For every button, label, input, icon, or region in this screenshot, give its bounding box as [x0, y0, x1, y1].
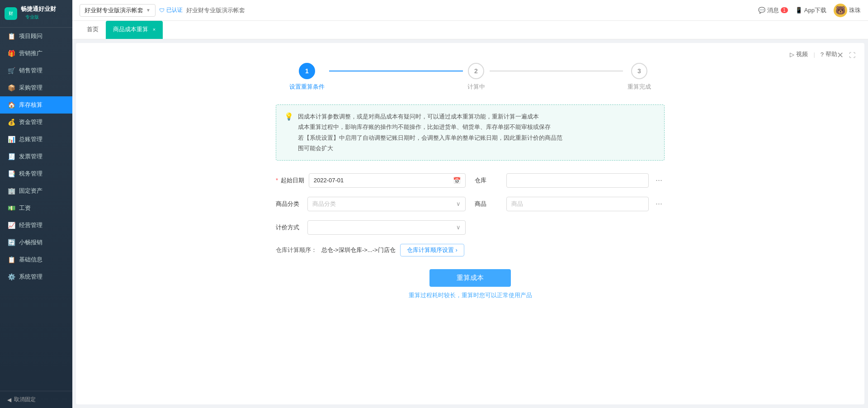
step-2-num: 2 — [474, 67, 478, 75]
project-icon: 📋 — [7, 32, 15, 40]
tab-cost-recalc[interactable]: 商品成本重算 × — [106, 21, 163, 39]
chevron-down-icon: ∨ — [456, 200, 461, 207]
sidebar-item-label: 发票管理 — [19, 152, 42, 161]
warehouse-more-button[interactable]: ··· — [653, 176, 665, 185]
category-placeholder: 商品分类 — [312, 200, 336, 208]
sidebar-item-expense[interactable]: 🔄 小畅报销 — [0, 234, 72, 251]
info-box: 💡 因成本计算参数调整，或是对商品成本有疑问时，可以通过成本重算功能，重新计算一… — [276, 104, 665, 161]
question-icon: ? — [821, 51, 824, 58]
warehouse-order-settings-button[interactable]: 仓库计算顺序设置 › — [400, 244, 464, 256]
warehouse-order-row: 仓库计算顺序： 总仓->深圳仓库->...->门店仓 仓库计算顺序设置 › — [276, 244, 665, 256]
tax-icon: 📑 — [7, 170, 15, 178]
step-2: 2 计算中 — [467, 63, 485, 91]
message-label: 消息 — [767, 6, 779, 14]
unpin-button[interactable]: ◀ 取消固定 — [0, 391, 72, 408]
verified-text: 已认证 — [166, 6, 183, 14]
close-button[interactable]: ✕ — [837, 50, 844, 60]
sidebar-item-marketing[interactable]: 🎁 营销推广 — [0, 45, 72, 62]
unpin-label: 取消固定 — [14, 396, 36, 403]
chevron-right-icon: › — [456, 247, 458, 253]
payroll-icon: 💵 — [7, 204, 15, 212]
sidebar-item-inventory[interactable]: 🏠 库存核算 — [0, 96, 72, 114]
warehouse-label: 仓库 — [475, 176, 502, 185]
tab-home[interactable]: 首页 — [80, 21, 106, 39]
sidebar-item-label: 固定资产 — [19, 187, 42, 195]
sidebar-item-payroll[interactable]: 💵 工资 — [0, 199, 72, 217]
sidebar-item-project[interactable]: 📋 项目顾问 — [0, 28, 72, 45]
sidebar-item-label: 销售管理 — [19, 66, 42, 75]
sidebar-item-operations[interactable]: 📈 经营管理 — [0, 217, 72, 234]
sidebar-item-finance[interactable]: 💰 资金管理 — [0, 114, 72, 131]
message-button[interactable]: 💬 消息 1 — [758, 6, 788, 14]
topbar: 好业财专业版演示帐套 ▼ 🛡 已认证 好业财专业版演示帐套 💬 消息 1 📱 A… — [72, 0, 868, 21]
step-3-num: 3 — [637, 67, 641, 75]
sidebar-item-label: 采购管理 — [19, 84, 42, 92]
sidebar-item-system[interactable]: ⚙️ 系统管理 — [0, 268, 72, 285]
start-date-input[interactable]: 2022-07-01 📅 — [309, 173, 466, 188]
sidebar-item-purchase[interactable]: 📦 采购管理 — [0, 79, 72, 96]
app-edition: 专业版 — [21, 13, 56, 22]
tab-cost-recalc-label: 商品成本重算 — [113, 26, 148, 33]
app-download-button[interactable]: 📱 App下载 — [795, 6, 826, 14]
step-3-circle: 3 — [631, 63, 647, 79]
invoice-icon: 🧾 — [7, 152, 15, 161]
warehouse-order-value: 总仓->深圳仓库->...->门店仓 — [321, 246, 396, 254]
category-select[interactable]: 商品分类 ∨ — [307, 197, 466, 211]
sidebar-item-basic[interactable]: 📋 基础信息 — [0, 251, 72, 268]
tab-home-label: 首页 — [87, 26, 99, 33]
steps-indicator: 1 设置重算条件 2 计算中 3 重算完成 — [289, 63, 651, 91]
goods-more-button[interactable]: ··· — [653, 199, 665, 209]
sidebar-item-accounting[interactable]: 📊 总账管理 — [0, 131, 72, 148]
account-selector[interactable]: 好业财专业版演示帐套 ▼ — [80, 4, 156, 17]
recalc-btn-label: 重算成本 — [457, 274, 484, 281]
category-label: 商品分类 — [276, 200, 303, 208]
sidebar-item-label: 小畅报销 — [19, 238, 42, 247]
pricing-label: 计价方式 — [276, 223, 303, 232]
warehouse-order-label: 仓库计算顺序： — [276, 246, 317, 254]
step-3: 3 重算完成 — [627, 63, 651, 91]
assets-icon: 🏢 — [7, 187, 15, 195]
basic-icon: 📋 — [7, 256, 15, 264]
warehouse-order-btn-label: 仓库计算顺序设置 — [407, 246, 454, 254]
message-icon: 💬 — [758, 7, 765, 14]
expand-button[interactable]: ⛶ — [849, 52, 855, 59]
form-area: * 起始日期 2022-07-01 📅 仓库 ··· — [276, 173, 665, 299]
verified-badge: 🛡 已认证 — [159, 6, 183, 14]
video-link[interactable]: ▷ 视频 — [790, 50, 808, 58]
help-label: 帮助 — [826, 50, 837, 58]
start-date-label: * 起始日期 — [276, 176, 304, 185]
recalc-button[interactable]: 重算成本 — [429, 269, 511, 287]
warehouse-input[interactable] — [506, 173, 649, 188]
chevron-down-icon: ▼ — [146, 8, 151, 13]
account-selector-text: 好业财专业版演示帐套 — [85, 6, 143, 14]
message-badge: 1 — [781, 7, 788, 13]
start-date-value: 2022-07-01 — [314, 177, 453, 184]
step-1-circle: 1 — [299, 63, 315, 79]
user-profile[interactable]: 🐻 珠珠 — [834, 4, 861, 17]
step-2-label: 计算中 — [467, 83, 485, 91]
topbar-right: 💬 消息 1 📱 App下载 🐻 珠珠 — [758, 4, 861, 17]
app-name: 畅捷通好业财 — [21, 5, 56, 13]
divider: | — [813, 51, 815, 58]
goods-input[interactable]: 商品 — [506, 197, 649, 211]
avatar: 🐻 — [834, 4, 847, 17]
step-line-1 — [329, 71, 463, 71]
sidebar-item-tax[interactable]: 📑 税务管理 — [0, 165, 72, 182]
sidebar-logo: 财 畅捷通好业财 专业版 — [0, 0, 72, 28]
tab-close-icon[interactable]: × — [153, 27, 156, 32]
sidebar: 财 畅捷通好业财 专业版 📋 项目顾问 🎁 营销推广 🛒 销售管理 📦 采购管理… — [0, 0, 72, 408]
accounting-icon: 📊 — [7, 135, 15, 143]
sidebar-item-assets[interactable]: 🏢 固定资产 — [0, 182, 72, 199]
account-name: 好业财专业版演示帐套 — [186, 6, 245, 14]
inventory-icon: 🏠 — [7, 101, 15, 109]
content-area: ▷ 视频 | ? 帮助 ✕ ⛶ 1 设置重算条件 — [76, 43, 864, 404]
help-links: ▷ 视频 | ? 帮助 — [790, 50, 837, 58]
shield-icon: 🛡 — [159, 7, 165, 14]
sidebar-item-invoice[interactable]: 🧾 发票管理 — [0, 148, 72, 165]
sidebar-item-sales[interactable]: 🛒 销售管理 — [0, 62, 72, 79]
help-link[interactable]: ? 帮助 — [821, 50, 837, 58]
user-name: 珠珠 — [849, 6, 861, 14]
sidebar-item-label: 基础信息 — [19, 256, 42, 264]
operations-icon: 📈 — [7, 221, 15, 229]
pricing-select[interactable]: ∨ — [307, 220, 466, 235]
